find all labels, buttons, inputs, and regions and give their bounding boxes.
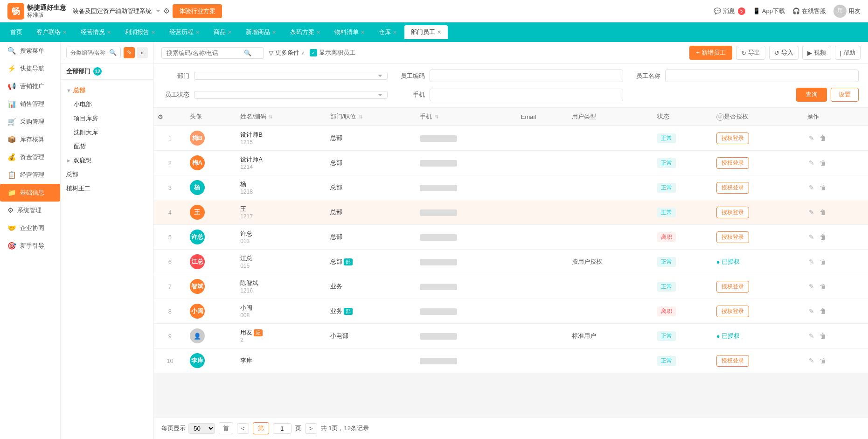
auth-btn[interactable]: 授权登录 (716, 182, 749, 194)
dept-select[interactable] (194, 72, 388, 80)
delete-btn[interactable]: 🗑 (818, 257, 828, 266)
edit-btn[interactable]: ✎ (807, 232, 816, 242)
set-btn[interactable]: 设置 (831, 88, 859, 102)
dept-node-xiangmu[interactable]: 项目库房 (61, 111, 153, 125)
delete-btn[interactable]: 🗑 (818, 183, 828, 192)
user-action[interactable]: 用 用友 (833, 5, 861, 18)
tab-barcode[interactable]: 条码方案 ✕ (284, 25, 327, 39)
sidebar-item-shortcuts[interactable]: ⚡ 快捷导航 (0, 60, 60, 77)
sidebar-item-search[interactable]: 🔍 搜索菜单 (0, 42, 60, 60)
authorized-info-icon[interactable]: ① (716, 113, 724, 121)
edit-btn[interactable]: ✎ (807, 307, 816, 316)
page-next-btn[interactable]: > (305, 423, 317, 434)
search-input[interactable] (167, 49, 241, 56)
dept-search-wrap[interactable]: 🔍 (66, 47, 121, 58)
delete-btn[interactable]: 🗑 (818, 307, 828, 316)
message-action[interactable]: 💬 消息 5 (714, 7, 745, 15)
edit-btn[interactable]: ✎ (807, 257, 816, 266)
auth-btn[interactable]: 授权登录 (716, 157, 749, 169)
delete-btn[interactable]: 🗑 (818, 282, 828, 291)
help-btn[interactable]: | 帮助 (835, 46, 861, 60)
sort-phone[interactable]: ⇅ (435, 114, 438, 119)
dept-all-item[interactable]: 全部部门 12 (61, 63, 153, 80)
tab-operations[interactable]: 经营情况 ✕ (74, 25, 118, 39)
auth-btn[interactable]: 授权登录 (716, 132, 749, 144)
dept-node-zongbu2[interactable]: 总部 (61, 167, 153, 181)
empname-input[interactable] (665, 70, 859, 82)
delete-btn[interactable]: 🗑 (818, 232, 828, 242)
tab-close-goods[interactable]: ✕ (228, 29, 232, 35)
tab-close-customer[interactable]: ✕ (62, 29, 67, 35)
delete-btn[interactable]: 🗑 (818, 133, 828, 143)
th-phone[interactable]: 手机 ⇅ (416, 108, 517, 126)
tab-close-warehouse[interactable]: ✕ (393, 29, 397, 35)
delete-btn[interactable]: 🗑 (818, 158, 828, 167)
edit-btn[interactable]: ✎ (807, 208, 816, 217)
tab-home[interactable]: 首页 (4, 25, 29, 39)
dept-edit-btn[interactable]: ✎ (124, 47, 135, 58)
tab-close-profit[interactable]: ✕ (151, 29, 155, 35)
dept-collapse-btn[interactable]: « (137, 47, 148, 58)
tab-addgoods[interactable]: 新增商品 ✕ (239, 25, 283, 39)
dept-node-shenyang[interactable]: 沈阳大库 (61, 125, 153, 139)
per-page-select[interactable]: 50 100 (188, 423, 215, 434)
auth-btn[interactable]: 授权登录 (716, 281, 749, 293)
page-prev-btn[interactable]: < (237, 423, 249, 434)
dept-node-peihuo[interactable]: 配货 (61, 139, 153, 153)
export-btn[interactable]: ↻ 导出 (736, 46, 765, 60)
show-former-toggle[interactable]: ✓ 显示离职员工 (310, 49, 355, 57)
edit-btn[interactable]: ✎ (807, 183, 816, 192)
tab-close-barcode[interactable]: ✕ (316, 29, 320, 35)
tab-dept-employee[interactable]: 部门员工 ✕ (404, 25, 448, 39)
query-btn[interactable]: 查询 (796, 88, 827, 102)
auth-btn[interactable]: 授权登录 (716, 355, 749, 367)
edit-btn[interactable]: ✎ (807, 356, 816, 365)
auth-btn[interactable]: 授权登录 (716, 306, 749, 317)
th-name[interactable]: 姓名/编码 ⇅ (236, 108, 326, 126)
edit-btn[interactable]: ✎ (807, 331, 816, 341)
add-employee-btn[interactable]: + 新增员工 (689, 46, 732, 60)
sort-name[interactable]: ⇅ (269, 114, 272, 119)
sidebar-item-system[interactable]: ⚙ 系统管理 (0, 202, 60, 219)
status-select[interactable] (194, 91, 388, 99)
tab-close-history[interactable]: ✕ (195, 29, 200, 35)
tab-history[interactable]: 经营历程 ✕ (163, 25, 206, 39)
sidebar-item-purchase[interactable]: 🛒 采购管理 (0, 113, 60, 131)
sidebar-item-finance[interactable]: 💰 资金管理 (0, 148, 60, 166)
sort-dept[interactable]: ⇅ (359, 114, 362, 119)
sidebar-item-marketing[interactable]: 📢 营销推广 (0, 77, 60, 95)
tab-close-bom[interactable]: ✕ (361, 29, 365, 35)
dept-node-xiaodianbu[interactable]: 小电部 (61, 98, 153, 111)
search-input-wrap[interactable]: 🔍 (161, 47, 264, 59)
tab-goods[interactable]: 商品 ✕ (207, 25, 238, 39)
empcode-input[interactable] (430, 70, 623, 82)
trial-btn[interactable]: 体验行业方案 (173, 4, 222, 18)
th-setting[interactable]: ⚙ (154, 108, 186, 126)
dept-node-shuanglu[interactable]: ► 双鹿想 (61, 153, 153, 167)
tab-close-addgoods[interactable]: ✕ (272, 29, 276, 35)
sidebar-item-inventory[interactable]: 📦 库存核算 (0, 131, 60, 148)
tab-bom[interactable]: 物料清单 ✕ (328, 25, 371, 39)
sidebar-item-basics[interactable]: 📁 基础信息 (0, 184, 60, 202)
dept-search-input[interactable] (70, 49, 107, 56)
th-dept[interactable]: 部门/职位 ⇅ (326, 108, 416, 126)
phone-input[interactable] (430, 89, 623, 101)
service-action[interactable]: 🎧 在线客服 (792, 7, 826, 15)
sidebar-item-collab[interactable]: 🤝 企业协同 (0, 219, 60, 237)
edit-btn[interactable]: ✎ (807, 282, 816, 291)
page-input[interactable] (273, 423, 292, 434)
system-dropdown-arrow[interactable] (156, 10, 160, 12)
import-btn[interactable]: ↺ 导入 (769, 46, 799, 60)
tab-profit[interactable]: 利润报告 ✕ (118, 25, 162, 39)
edit-btn[interactable]: ✎ (807, 158, 816, 167)
dept-node-zhishu[interactable]: 植树王二 (61, 181, 153, 195)
tab-close-dept[interactable]: ✕ (437, 29, 441, 35)
view-btn[interactable]: ▶ 视频 (802, 46, 831, 60)
dept-node-zongbu[interactable]: ▼ 总部 (61, 84, 153, 98)
tab-close-operations[interactable]: ✕ (107, 29, 111, 35)
app-download-action[interactable]: 📱 App下载 (753, 7, 785, 15)
delete-btn[interactable]: 🗑 (818, 208, 828, 217)
auth-btn[interactable]: 授权登录 (716, 231, 749, 243)
tab-customer[interactable]: 客户联络 ✕ (30, 25, 73, 39)
delete-btn[interactable]: 🗑 (818, 331, 828, 341)
